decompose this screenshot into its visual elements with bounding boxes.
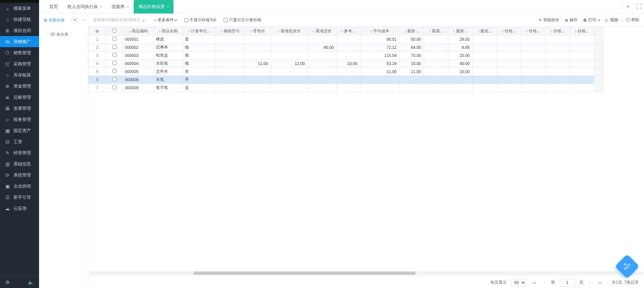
cell[interactable]: 000006 [123,76,154,84]
cell[interactable] [473,76,497,84]
cell[interactable] [271,43,308,52]
cell[interactable] [216,68,245,76]
tab-close-icon[interactable]: × [127,5,129,9]
hide-zero-price-checkbox[interactable]: 不显示价格为0 [184,17,216,23]
cell[interactable] [497,35,521,43]
collapse-panel-button[interactable]: « [82,18,85,23]
row-checkbox[interactable] [112,77,117,81]
cell[interactable] [337,84,360,92]
table-row[interactable]: 4000004水彩笔箱11.0012.0010.0053.2415.0040.0… [89,60,604,68]
cell[interactable]: 000002 [123,43,154,52]
table-row[interactable]: 3000003铅笔盒箱115.5470.0020.00 [89,52,604,60]
cell[interactable]: 000003 [123,52,154,60]
cell[interactable]: 箱 [183,52,216,60]
cell[interactable]: 记事本 [154,43,183,52]
cell[interactable]: 手 [183,76,216,84]
cell[interactable] [473,84,497,92]
cell[interactable]: 40.00 [448,60,473,68]
cell[interactable] [424,68,448,76]
page-number-input[interactable] [560,279,575,286]
cell[interactable] [473,60,497,68]
cell[interactable] [308,68,337,76]
print-button[interactable]: 🖶打印▾ [583,17,600,23]
cell[interactable] [521,68,545,76]
volume-icon[interactable]: 🔈 [28,280,34,285]
cell[interactable] [570,52,594,60]
cell[interactable]: 水笔 [154,76,183,84]
col-spec[interactable]: ▴▾规格型号 [216,27,245,35]
column-settings-button[interactable]: ⚙ [89,27,106,35]
cell[interactable]: 水彩笔 [154,60,183,68]
cell[interactable] [337,43,360,52]
smart-price-button[interactable]: ✎智能改价 [539,17,559,23]
sidebar-item-4[interactable]: ⬡销售管理 [0,47,39,58]
cell[interactable] [271,68,308,76]
cell[interactable] [570,84,594,92]
table-row[interactable]: 1000001橡皮套80.5150.0029.00 [89,35,604,43]
cell[interactable] [308,76,337,84]
cell[interactable]: 15.00 [399,60,424,68]
cell[interactable] [216,76,245,84]
cell[interactable]: 000005 [123,68,154,76]
hide-zero-price-input[interactable] [184,18,188,22]
cell[interactable] [546,43,570,52]
cell[interactable] [424,60,448,68]
cell[interactable] [521,60,545,68]
table-scroll[interactable]: ⚙ ▴▾商品编码 ▴▾商品名称 ▴▾计量单位... ▴▾规格型号 ▴▾零售价 ▴… [88,27,644,271]
settings-icon[interactable]: ⚙ [5,280,10,285]
cell[interactable]: 10.00 [337,60,360,68]
cell[interactable] [473,35,497,43]
cell[interactable] [570,43,594,52]
cell[interactable]: 橡皮 [154,35,183,43]
cell[interactable]: 盒 [183,84,216,92]
cell[interactable] [497,60,521,68]
cell[interactable] [245,68,271,76]
cell[interactable] [521,52,545,60]
row-checkbox[interactable] [112,85,117,89]
cell[interactable] [245,43,271,52]
cell[interactable]: 70.00 [399,52,424,60]
fullscreen-button[interactable]: ⛶ [633,3,641,10]
sidebar-item-9[interactable]: 🖶发票管理 [0,103,39,114]
cell[interactable] [271,84,308,92]
cell[interactable]: 20.00 [448,52,473,60]
cell[interactable] [546,60,570,68]
cell[interactable] [337,68,360,76]
col-price-4[interactable]: ▴▾价格... [570,27,594,35]
cell[interactable]: 000004 [123,60,154,68]
cell[interactable] [570,60,594,68]
cell[interactable] [570,76,594,84]
cell[interactable] [308,60,337,68]
cell[interactable] [360,76,399,84]
sidebar-item-0[interactable]: ⌕搜索菜单 [0,3,39,14]
cell[interactable]: 套 [183,35,216,43]
sidebar-item-16[interactable]: ▣企业协同 [0,181,39,192]
cell[interactable]: 64.00 [399,43,424,52]
close-all-tabs-button[interactable]: × [622,3,630,10]
cell[interactable] [216,60,245,68]
col-base-in-price[interactable]: ▴▾基准进价 [308,27,337,35]
tab-close-icon[interactable]: × [167,5,169,9]
cell[interactable]: 50.00 [399,35,424,43]
cell[interactable] [473,43,497,52]
only-main-unit-checkbox[interactable]: 只显示主计量价格 [224,17,261,23]
cell[interactable] [473,68,497,76]
help-button[interactable]: ⓘ帮助 [626,17,639,23]
cell[interactable] [546,35,570,43]
tab-3[interactable]: 商品价格设置× [134,0,173,13]
pager-first-button[interactable]: ⏮ [531,280,538,285]
col-price-1[interactable]: ▴▾价格... [497,27,521,35]
cell[interactable] [497,68,521,76]
col-unit[interactable]: ▴▾计量单位... [183,27,216,35]
col-product-name[interactable]: ▴▾商品名称 [154,27,183,35]
tab-2[interactable]: 优惠券× [107,0,133,13]
cell[interactable]: 29.00 [448,35,473,43]
cell[interactable]: 115.54 [360,52,399,60]
cell[interactable]: 11.00 [245,60,271,68]
cell[interactable] [424,35,448,43]
cell[interactable] [308,84,337,92]
col-newest[interactable]: ▴▾最新... [399,27,424,35]
col-newest-in[interactable]: ▴▾最新... [448,27,473,35]
sidebar-item-2[interactable]: 🗎项目合同 [0,25,39,36]
row-checkbox[interactable] [112,45,117,49]
